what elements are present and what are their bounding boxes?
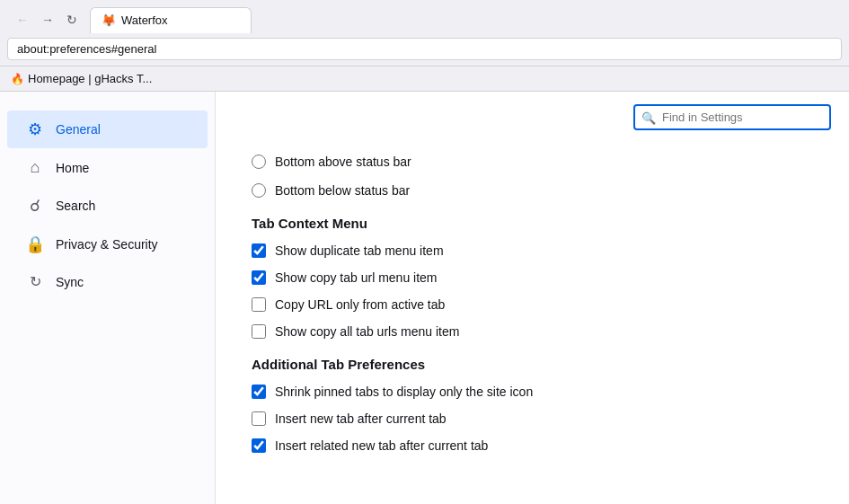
- copy-url-active-checkbox[interactable]: [252, 297, 266, 312]
- reload-button[interactable]: ↻: [61, 9, 83, 31]
- insert-new-tab-option: Insert new tab after current tab: [252, 411, 813, 426]
- sidebar-label-privacy: Privacy & Security: [56, 237, 158, 252]
- sync-icon: ↻: [25, 273, 45, 290]
- copy-url-active-label: Copy URL only from active tab: [275, 297, 445, 312]
- insert-new-tab-label: Insert new tab after current tab: [275, 411, 447, 426]
- browser-chrome: ← → ↻ 🦊 Waterfox: [0, 0, 849, 66]
- insert-new-tab-checkbox[interactable]: [252, 411, 266, 426]
- sidebar-label-search: Search: [56, 199, 95, 213]
- forward-button[interactable]: →: [36, 9, 59, 31]
- tab-context-menu-section: Tab Context Menu Show duplicate tab menu…: [252, 216, 813, 339]
- bottom-above-option: Bottom above status bar: [252, 155, 813, 169]
- sidebar-item-home[interactable]: ⌂ Home: [7, 149, 208, 186]
- sidebar-label-sync: Sync: [56, 275, 84, 289]
- sidebar-item-general[interactable]: ⚙ General: [7, 111, 208, 148]
- shrink-pinned-checkbox[interactable]: [252, 385, 266, 399]
- bookmark-label: Homepage | gHacks T...: [28, 72, 152, 85]
- tab-context-menu-title: Tab Context Menu: [252, 216, 813, 231]
- sidebar-label-general: General: [56, 122, 101, 137]
- copy-url-active-option: Copy URL only from active tab: [252, 297, 813, 312]
- tab-bar: ← → ↻ 🦊 Waterfox: [0, 0, 849, 34]
- shrink-pinned-label: Shrink pinned tabs to display only the s…: [275, 385, 533, 399]
- address-bar[interactable]: [7, 38, 842, 60]
- bottom-below-label: Bottom below status bar: [275, 183, 410, 198]
- back-button[interactable]: ←: [11, 9, 34, 31]
- content-area: 🔍 Bottom above status bar Bottom below s…: [216, 92, 849, 504]
- show-duplicate-option: Show duplicate tab menu item: [252, 243, 813, 258]
- nav-buttons: ← → ↻: [7, 9, 86, 31]
- find-in-settings-input[interactable]: [633, 104, 831, 130]
- sidebar-item-privacy[interactable]: 🔒 Privacy & Security: [7, 225, 208, 263]
- insert-related-checkbox[interactable]: [252, 438, 266, 453]
- tab-title: Waterfox: [121, 13, 168, 27]
- bookmark-bar: 🔥 Homepage | gHacks T...: [0, 66, 849, 92]
- search-icon: ☌: [25, 196, 45, 216]
- bottom-below-option: Bottom below status bar: [252, 183, 813, 198]
- home-icon: ⌂: [25, 158, 45, 177]
- insert-related-label: Insert related new tab after current tab: [275, 438, 488, 453]
- show-copy-url-label: Show copy tab url menu item: [275, 270, 438, 285]
- bottom-below-radio[interactable]: [252, 183, 266, 198]
- show-duplicate-label: Show duplicate tab menu item: [275, 243, 444, 258]
- show-copy-url-option: Show copy tab url menu item: [252, 270, 813, 285]
- shrink-pinned-option: Shrink pinned tabs to display only the s…: [252, 385, 813, 399]
- address-bar-row: [0, 34, 849, 66]
- show-copy-url-checkbox[interactable]: [252, 270, 266, 285]
- show-copy-all-label: Show copy all tab urls menu item: [275, 324, 459, 339]
- additional-tab-prefs-section: Additional Tab Preferences Shrink pinned…: [252, 357, 813, 453]
- show-copy-all-checkbox[interactable]: [252, 324, 266, 339]
- find-input-wrap: 🔍: [633, 104, 831, 130]
- active-tab[interactable]: 🦊 Waterfox: [90, 7, 252, 33]
- sidebar-label-home: Home: [56, 161, 89, 175]
- insert-related-option: Insert related new tab after current tab: [252, 438, 813, 453]
- bottom-above-label: Bottom above status bar: [275, 155, 411, 169]
- additional-tab-prefs-title: Additional Tab Preferences: [252, 357, 813, 372]
- bookmark-favicon: 🔥: [11, 73, 24, 85]
- lock-icon: 🔒: [25, 234, 45, 254]
- app-body: ⚙ General ⌂ Home ☌ Search 🔒 Privacy & Se…: [0, 92, 849, 504]
- sidebar-item-sync[interactable]: ↻ Sync: [7, 264, 208, 299]
- find-icon: 🔍: [641, 111, 656, 124]
- show-copy-all-option: Show copy all tab urls menu item: [252, 324, 813, 339]
- bottom-above-radio[interactable]: [252, 155, 266, 169]
- sidebar-item-search[interactable]: ☌ Search: [7, 187, 208, 225]
- gear-icon: ⚙: [25, 119, 45, 139]
- tab-favicon: 🦊: [102, 13, 116, 28]
- sidebar: ⚙ General ⌂ Home ☌ Search 🔒 Privacy & Se…: [0, 92, 216, 504]
- find-bar: 🔍: [633, 104, 831, 130]
- position-section: Bottom above status bar Bottom below sta…: [252, 155, 813, 198]
- show-duplicate-checkbox[interactable]: [252, 243, 266, 258]
